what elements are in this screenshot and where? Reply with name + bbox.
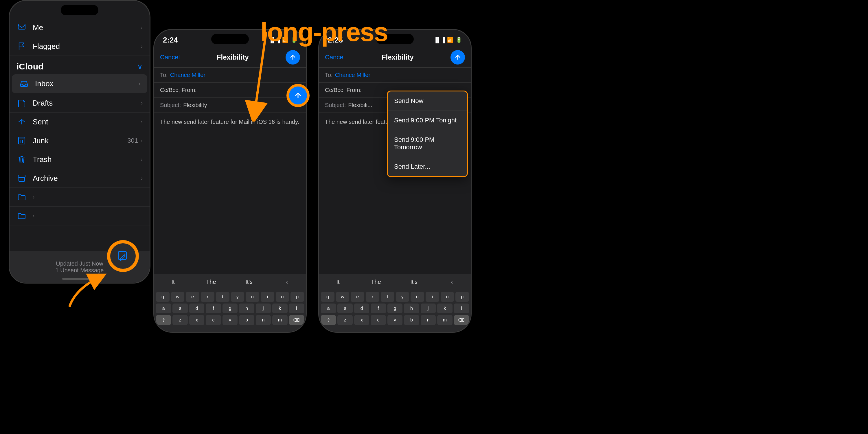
phone2-cancel-button[interactable]: Cancel — [160, 54, 180, 61]
key-x[interactable]: x — [189, 315, 204, 325]
key-t[interactable]: t — [216, 292, 229, 302]
key-w[interactable]: w — [171, 292, 185, 302]
phone3-key-m[interactable]: m — [437, 315, 452, 325]
phone3-suggest-back[interactable]: ‹ — [433, 278, 471, 286]
phone3-key-r[interactable]: r — [366, 292, 379, 302]
key-i[interactable]: i — [261, 292, 274, 302]
key-u[interactable]: u — [246, 292, 259, 302]
phone3-key-j[interactable]: j — [421, 304, 436, 313]
phone3-keyboard[interactable]: It The It's ‹ q w e r t y u i o — [319, 274, 471, 332]
phone3-key-s[interactable]: s — [337, 304, 352, 313]
sidebar-item-archive[interactable]: Archive › — [9, 169, 150, 188]
key-delete[interactable]: ⌫ — [289, 315, 304, 325]
key-l[interactable]: l — [289, 304, 304, 313]
phone2-to-label: To: — [160, 72, 168, 79]
key-d[interactable]: d — [189, 304, 204, 313]
key-p[interactable]: p — [290, 292, 304, 302]
sidebar-item-me[interactable]: Me › — [9, 18, 150, 37]
phone3-key-delete[interactable]: ⌫ — [454, 315, 469, 325]
key-g[interactable]: g — [222, 304, 238, 313]
icloud-collapse-icon: ∨ — [137, 62, 143, 71]
sidebar-item-folder2[interactable]: › — [9, 207, 150, 225]
sidebar-item-sent[interactable]: Sent › — [9, 113, 150, 131]
key-f[interactable]: f — [206, 304, 221, 313]
svg-rect-3 — [118, 251, 126, 259]
phone3-key-y[interactable]: y — [396, 292, 409, 302]
phone3-suggest-0[interactable]: It — [319, 279, 357, 285]
flagged-label: Flagged — [33, 42, 141, 51]
phone3-key-a[interactable]: a — [321, 304, 336, 313]
icloud-section-header[interactable]: iCloud ∨ — [9, 56, 150, 74]
phone3-key-u[interactable]: u — [410, 292, 424, 302]
phone2-suggest-back[interactable]: ‹ — [268, 278, 306, 286]
phone1: Me › Flagged › iCloud ∨ — [9, 0, 151, 283]
key-s[interactable]: s — [173, 304, 187, 313]
key-h[interactable]: h — [239, 304, 254, 313]
key-a[interactable]: a — [156, 304, 171, 313]
phone3-send-button[interactable] — [451, 50, 465, 64]
inbox-label: Inbox — [35, 79, 138, 88]
phone3-key-e[interactable]: e — [351, 292, 364, 302]
phone3-key-o[interactable]: o — [441, 292, 454, 302]
key-o[interactable]: o — [276, 292, 289, 302]
icloud-title: iCloud — [17, 62, 137, 71]
phone3-key-w[interactable]: w — [336, 292, 349, 302]
key-z[interactable]: z — [173, 315, 187, 325]
phone3-suggest-1[interactable]: The — [357, 279, 395, 285]
phone3-to-field[interactable]: To: Chance Miller — [319, 68, 471, 83]
key-shift[interactable]: ⇧ — [156, 315, 171, 325]
phone3-key-k[interactable]: k — [437, 304, 452, 313]
phone3-key-d[interactable]: d — [354, 304, 369, 313]
dropdown-send-now[interactable]: Send Now — [388, 91, 467, 111]
dropdown-send-later[interactable]: Send Later... — [388, 157, 467, 176]
dropdown-send-tomorrow[interactable]: Send 9:00 PM Tomorrow — [388, 130, 467, 157]
phone2-suggest-2[interactable]: It's — [230, 279, 268, 285]
key-m[interactable]: m — [272, 315, 287, 325]
phone3-key-shift[interactable]: ⇧ — [321, 315, 336, 325]
phone3-suggest-2[interactable]: It's — [395, 279, 433, 285]
arrow-to-compose — [52, 255, 116, 312]
inbox-chevron: › — [138, 81, 140, 87]
svg-rect-2 — [18, 175, 25, 177]
key-j[interactable]: j — [256, 304, 271, 313]
phone3-key-h[interactable]: h — [404, 304, 419, 313]
sidebar-item-junk[interactable]: Junk 301 › — [9, 131, 150, 150]
key-q[interactable]: q — [156, 292, 169, 302]
phone3-key-t[interactable]: t — [381, 292, 394, 302]
sidebar-item-folder1[interactable]: › — [9, 188, 150, 207]
phone3-key-g[interactable]: g — [388, 304, 402, 313]
trash-icon — [17, 154, 27, 165]
key-v[interactable]: v — [222, 315, 238, 325]
key-c[interactable]: c — [206, 315, 221, 325]
send-later-dropdown: Send Now Send 9:00 PM Tonight Send 9:00 … — [387, 91, 468, 177]
sidebar-item-trash[interactable]: Trash › — [9, 150, 150, 169]
phone3-key-n[interactable]: n — [421, 315, 436, 325]
phone3-key-c[interactable]: c — [371, 315, 386, 325]
junk-label: Junk — [33, 136, 127, 145]
phone3-key-p[interactable]: p — [456, 292, 469, 302]
key-e[interactable]: e — [186, 292, 199, 302]
dropdown-send-tonight[interactable]: Send 9:00 PM Tonight — [388, 111, 467, 130]
phone3-key-i[interactable]: i — [426, 292, 439, 302]
key-k[interactable]: k — [272, 304, 287, 313]
phone3-key-b[interactable]: b — [404, 315, 419, 325]
phone2-suggest-0[interactable]: It — [154, 279, 192, 285]
phone3-key-l[interactable]: l — [454, 304, 469, 313]
key-r[interactable]: r — [201, 292, 214, 302]
key-n[interactable]: n — [256, 315, 271, 325]
phone3-key-q[interactable]: q — [321, 292, 335, 302]
phone3-cancel-button[interactable]: Cancel — [325, 54, 345, 61]
phone2-keyboard-suggestions: It The It's ‹ — [154, 274, 306, 290]
key-y[interactable]: y — [231, 292, 245, 302]
sidebar-item-drafts[interactable]: Drafts › — [9, 94, 150, 113]
key-b[interactable]: b — [239, 315, 254, 325]
folder1-chevron: › — [33, 194, 34, 200]
phone3-key-f[interactable]: f — [371, 304, 386, 313]
phone3-key-v[interactable]: v — [388, 315, 402, 325]
sidebar-item-flagged[interactable]: Flagged › — [9, 37, 150, 56]
phone2-keyboard[interactable]: It The It's ‹ q w e r t y u i o — [154, 274, 306, 332]
phone2-suggest-1[interactable]: The — [192, 279, 230, 285]
phone3-key-z[interactable]: z — [337, 315, 352, 325]
sidebar-item-inbox[interactable]: Inbox › — [12, 74, 147, 93]
phone3-key-x[interactable]: x — [354, 315, 369, 325]
